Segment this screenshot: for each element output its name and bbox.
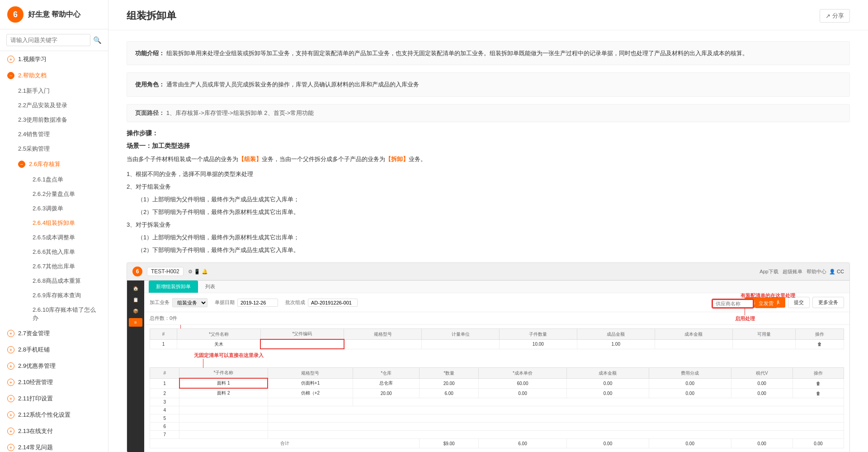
ss-tab-active[interactable]: 新增组装拆卸单 xyxy=(149,281,198,293)
share-icon: ↗ xyxy=(826,13,830,19)
article-body: 功能介绍： 组装拆卸单用来处理企业组装或拆卸等加工业务，支持有固定装配清单的产品… xyxy=(108,30,868,452)
ss-sub-table-wrapper: # *子件名称 规格型号 *仓库 *数量 *成本单价 成本金额 费用分成 xyxy=(150,367,844,448)
sidebar-item-2-12[interactable]: + 2.12系统个性化设置 xyxy=(0,407,108,423)
ss-sub-row-2: 2 面料 2 仿棉（+2 20.00 6.00 0.00 0.00 0.00 xyxy=(150,388,844,398)
expand-icon-2-8: + xyxy=(7,346,14,353)
ss-sub-td-tax: 0.00 xyxy=(731,378,793,388)
path-block: 页面路径： 1、库存核算->库存管理->组装拆卸单 2、首页->常用功能 xyxy=(127,104,850,122)
ss-date-input[interactable] xyxy=(237,299,278,307)
sidebar-item-1-label: 1.视频学习 xyxy=(18,55,47,63)
collapse-icon-2-6: − xyxy=(18,161,25,168)
ss-annotation3: 立发货 启用处理 xyxy=(712,299,777,322)
ss-sub-row-3: 3 xyxy=(150,398,844,406)
logo-area: 6 好生意 帮助中心 xyxy=(0,0,108,29)
ss-logo: 6 xyxy=(132,266,142,276)
ss-table-bottom: # *子件名称 规格型号 *仓库 *数量 *成本单价 成本金额 费用分成 xyxy=(150,367,844,448)
sidebar-item-2-6-5[interactable]: 2.6.5成本调整单 xyxy=(25,230,108,245)
ss-confirm-btn[interactable]: 立发货 xyxy=(755,299,777,308)
ss-topbar-left: 6 TEST-H002 ⚙ 📱 🔔 xyxy=(132,266,208,276)
ss-footer-action: 0.00 xyxy=(793,439,844,448)
ss-sub-td-qty: 20.00 xyxy=(420,378,478,388)
sidebar-item-2-6-10[interactable]: 2.6.10库存账本错了怎么办 xyxy=(25,303,108,325)
ss-sub-th-6: *成本单价 xyxy=(478,368,566,379)
ss-sub-td-num-3: 3 xyxy=(150,398,179,406)
ss-sub-head-row: # *子件名称 规格型号 *仓库 *数量 *成本单价 成本金额 费用分成 xyxy=(150,368,844,379)
ss-sub-td-empty-4a xyxy=(179,406,268,414)
ss-table-head: # *父件名称 *父件编码 规格型号 计量单位 子件数量 成品金额 成本金额 可 xyxy=(150,329,844,340)
ss-nav-order[interactable]: 📋 xyxy=(131,295,140,304)
sidebar-item-2-6-7[interactable]: 2.6.7其他出库单 xyxy=(25,259,108,274)
expand-icon-2-7: + xyxy=(7,330,14,337)
sidebar-item-2-5[interactable]: 2.5采购管理 xyxy=(18,142,108,156)
ss-th-5: 计量单位 xyxy=(422,329,500,340)
expand-icon-1: + xyxy=(7,56,14,63)
sidebar-item-2-1[interactable]: 2.1新手入门 xyxy=(18,84,108,98)
ss-supplier-input[interactable] xyxy=(712,300,753,308)
ss-sub-th-7: 成本金额 xyxy=(567,368,649,379)
sidebar-item-2-3[interactable]: 2.3使用前数据准备 xyxy=(18,113,108,127)
sidebar-item-2-6-9[interactable]: 2.6.9库存账本查询 xyxy=(25,288,108,303)
sidebar-item-2-6-4[interactable]: 2.6.4组装拆卸单 xyxy=(25,216,108,230)
ss-sub-info: 总件数：0件 xyxy=(150,315,177,322)
ss-user: 👤 CC xyxy=(829,269,844,275)
sidebar-item-2-7[interactable]: + 2.7资金管理 xyxy=(0,325,108,342)
ss-sub-td-fee-2: 0.00 xyxy=(649,388,731,398)
sidebar-item-2-11[interactable]: + 2.11打印设置 xyxy=(0,390,108,407)
ss-table-head-row: # *父件名称 *父件编码 规格型号 计量单位 子件数量 成品金额 成本金额 可 xyxy=(150,329,844,340)
ss-sub-td-spec: 仿面料+1 xyxy=(268,378,353,388)
ss-sub-row-5: 5 xyxy=(150,414,844,423)
ss-type-select[interactable]: 组装业务 拆卸业务 xyxy=(172,298,208,307)
sidebar-item-2-2[interactable]: 2.2产品安装及登录 xyxy=(18,98,108,113)
ss-nav-home[interactable]: 🏠 xyxy=(131,284,140,293)
ss-main-area: 新增组装拆卸单 列表 加工业务 组装业务 拆卸业务 xyxy=(144,281,849,452)
ss-batch-input[interactable] xyxy=(308,299,358,307)
ss-sub-td-empty-3 xyxy=(353,398,844,406)
sidebar-item-2-6-2[interactable]: 2.6.2分量盘点单 xyxy=(25,187,108,201)
ss-th-4: 规格型号 xyxy=(344,329,422,340)
ss-sub-th-3: 规格型号 xyxy=(268,368,353,379)
sidebar-item-2-6-8[interactable]: 2.6.8商品成本重算 xyxy=(25,274,108,288)
ss-sub-row-7: 7 xyxy=(150,431,844,439)
share-button[interactable]: ↗ 分享 xyxy=(820,9,850,23)
ss-sub-th-8: 费用分成 xyxy=(649,368,731,379)
ss-topbar-right: App下载 超级账单 帮助中心 👤 CC xyxy=(760,268,844,275)
ss-nav-inventory[interactable]: 📦 xyxy=(131,307,140,315)
func-intro-block: 功能介绍： 组装拆卸单用来处理企业组装或拆卸等加工业务，支持有固定装配清单的产品… xyxy=(127,41,850,65)
ss-sub-td-price: 60.00 xyxy=(478,378,566,388)
ss-sub-th-10: 操作 xyxy=(793,368,844,379)
ss-sub-th-4: *仓库 xyxy=(353,368,420,379)
step3: 3、对于拆装业务 xyxy=(127,219,850,231)
sidebar-item-2-8[interactable]: + 2.8手机旺铺 xyxy=(0,342,108,358)
sidebar-item-2-6-6[interactable]: 2.6.6其他入库单 xyxy=(25,245,108,259)
sidebar-item-2-8-label: 2.8手机旺铺 xyxy=(18,346,50,354)
ss-td-action: 🗑 xyxy=(795,339,844,349)
sidebar-item-2-9[interactable]: + 2.9优惠券管理 xyxy=(0,358,108,374)
sidebar-item-2[interactable]: − 2.帮助文档 xyxy=(0,67,108,84)
ss-field-date: 单据日期 xyxy=(215,299,278,307)
ss-icons: ⚙ 📱 🔔 xyxy=(188,269,208,275)
ss-nav-active[interactable]: ≡ xyxy=(129,318,142,327)
ss-table-footer: 合计 $9.00 6.00 0.00 0.00 0.00 0.00 xyxy=(150,439,844,448)
ss-tab-list[interactable]: 列表 xyxy=(200,281,221,293)
sidebar-item-1[interactable]: + 1.视频学习 xyxy=(0,51,108,67)
sidebar-item-2-10[interactable]: + 2.10经营管理 xyxy=(0,374,108,390)
ss-sub-td-name-2: 面料 2 xyxy=(179,388,268,398)
sidebar-item-2-14[interactable]: + 2.14常见问题 xyxy=(0,439,108,452)
sidebar-item-2-6-3[interactable]: 2.6.3调拨单 xyxy=(25,201,108,216)
nav-sub-2: 2.1新手入门 2.2产品安装及登录 2.3使用前数据准备 2.4销售管理 2.… xyxy=(0,84,108,325)
sidebar-item-2-13[interactable]: + 2.13在线支付 xyxy=(0,423,108,439)
ss-annotation1-text: 有装配清单的在这里处理 xyxy=(741,292,795,299)
ss-more-btn[interactable]: 更多业务 xyxy=(812,297,844,308)
ss-td-available xyxy=(732,339,795,349)
ss-app-links: App下载 超级账单 帮助中心 xyxy=(760,268,826,275)
sidebar-item-2-6-label: 2.6库存核算 xyxy=(29,160,61,168)
sidebar-item-2-6-1[interactable]: 2.6.1盘点单 xyxy=(25,172,108,187)
ss-td-num: 1 xyxy=(150,339,177,349)
expand-icon-2-11: + xyxy=(7,395,14,402)
sidebar-item-2-6[interactable]: − 2.6库存核算 xyxy=(0,156,108,172)
ss-batch-label: 批次组成 xyxy=(285,299,305,306)
ss-field-type-label: 加工业务 xyxy=(150,299,170,306)
sidebar-item-2-4[interactable]: 2.4销售管理 xyxy=(18,127,108,142)
search-button[interactable]: 🔍 xyxy=(93,36,102,44)
search-input[interactable] xyxy=(6,34,90,46)
